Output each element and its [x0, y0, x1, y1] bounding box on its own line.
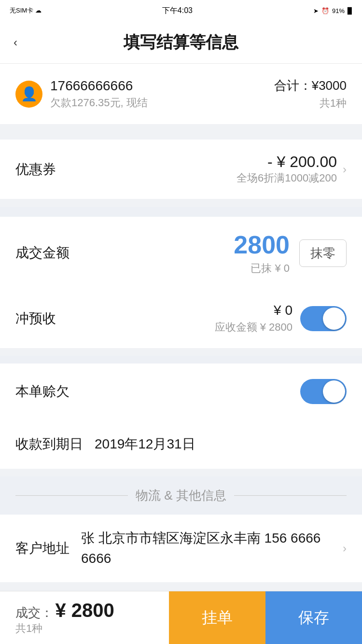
save-button[interactable]: 保存 [265, 591, 362, 644]
prepay-label: 冲预收 [15, 309, 56, 328]
logistics-text: 物流 & 其他信息 [136, 487, 226, 504]
logistics-line-right [234, 495, 347, 496]
duedate-value: 2019年12月31日 [95, 435, 195, 453]
nav-bar: ‹ 填写结算等信息 [0, 21, 362, 64]
total-sub: 共1种 [274, 96, 347, 111]
location-icon: ➤ [313, 7, 319, 14]
customer-row: 👤 17666666666 欠款1276.35元, 现结 合计：¥3000 共1… [0, 64, 362, 124]
battery-label: 91% [332, 7, 345, 14]
credit-label: 本单赊欠 [15, 382, 70, 401]
credit-toggle[interactable] [300, 379, 347, 404]
hang-button[interactable]: 挂单 [169, 591, 265, 644]
credit-row: 本单赊欠 [0, 364, 362, 420]
prepay-sub: 应收金额 ¥ 2800 [215, 320, 292, 335]
coupon-desc: 全场6折满1000减200 [237, 171, 337, 185]
address-label: 客户地址 [15, 539, 70, 558]
status-bar: 无SIM卡 ☁ 下午4:03 ➤ ⏰ 91% ▉ [0, 0, 362, 21]
avatar-icon: 👤 [21, 86, 38, 102]
customer-phone: 17666666666 [50, 78, 148, 94]
address-chevron-icon: › [343, 542, 347, 555]
deal-amount-value: 2800 [234, 230, 290, 259]
address-row[interactable]: 客户地址 张 北京市市辖区海淀区永丰南 156 6666 6666 › [0, 515, 362, 582]
divider-3 [0, 356, 362, 364]
prepay-right: ¥ 0 应收金额 ¥ 2800 [215, 303, 347, 335]
coupon-row[interactable]: 优惠券 - ¥ 200.00 全场6折满1000减200 › [0, 140, 362, 199]
status-right: ➤ ⏰ 91% ▉ [313, 7, 352, 14]
prepay-row: 冲预收 ¥ 0 应收金额 ¥ 2800 [0, 289, 362, 348]
round-btn[interactable]: 抹零 [299, 239, 347, 267]
divider-1 [0, 132, 362, 140]
status-left: 无SIM卡 ☁ [10, 6, 42, 15]
customer-left: 👤 17666666666 欠款1276.35元, 现结 [15, 78, 148, 110]
page-title: 填写结算等信息 [124, 31, 238, 54]
deal-amount-right: 2800 已抹 ¥ 0 抹零 [234, 230, 347, 276]
address-value: 张 北京市市辖区海淀区永丰南 156 6666 6666 [81, 528, 341, 569]
prepay-toggle[interactable] [300, 306, 347, 331]
toggle-knob [323, 308, 345, 330]
prepay-amount: ¥ 0 [215, 303, 292, 318]
battery-icon: ▉ [348, 7, 352, 14]
status-time: 下午4:03 [162, 6, 193, 16]
logistics-divider: 物流 & 其他信息 [0, 476, 362, 515]
customer-sub: 欠款1276.35元, 现结 [50, 96, 148, 110]
coupon-chevron-icon: › [343, 163, 347, 176]
credit-toggle-knob [323, 380, 345, 403]
bottom-deal-amount: ¥ 2800 [55, 600, 114, 621]
sim-label: 无SIM卡 ☁ [10, 6, 42, 15]
customer-section: 👤 17666666666 欠款1276.35元, 现结 合计：¥3000 共1… [0, 64, 362, 124]
deal-amount-row: 成交金额 2800 已抹 ¥ 0 抹零 [0, 217, 362, 289]
bottom-deal-label: 成交： [15, 605, 53, 620]
duedate-label: 收款到期日 [15, 435, 83, 453]
logistics-line-left [15, 495, 128, 496]
avatar: 👤 [15, 81, 42, 108]
prepay-amount-block: ¥ 0 应收金额 ¥ 2800 [215, 303, 292, 335]
bottom-deal-row: 成交： ¥ 2800 [15, 600, 153, 621]
bottom-deal-sub: 共1种 [15, 621, 153, 636]
coupon-right: - ¥ 200.00 全场6折满1000减200 › [237, 153, 347, 185]
divider-2 [0, 207, 362, 217]
coupon-label: 优惠券 [15, 160, 56, 179]
credit-section: 本单赊欠 收款到期日 2019年12月31日 [0, 364, 362, 469]
alarm-icon: ⏰ [321, 7, 329, 14]
customer-info: 17666666666 欠款1276.35元, 现结 [50, 78, 148, 110]
duedate-row: 收款到期日 2019年12月31日 [0, 420, 362, 469]
coupon-discount: - ¥ 200.00 [237, 153, 337, 171]
deal-amount-sub: 已抹 ¥ 0 [234, 261, 290, 276]
coupon-section: 优惠券 - ¥ 200.00 全场6折满1000减200 › [0, 140, 362, 199]
deal-amount-label: 成交金额 [15, 244, 70, 262]
total-amount: 合计：¥3000 [274, 77, 347, 94]
back-button[interactable]: ‹ [14, 36, 17, 49]
bottom-bar: 成交： ¥ 2800 共1种 挂单 保存 [0, 591, 362, 644]
bottom-info: 成交： ¥ 2800 共1种 [0, 591, 169, 644]
address-section: 客户地址 张 北京市市辖区海淀区永丰南 156 6666 6666 › [0, 515, 362, 582]
customer-right: 合计：¥3000 共1种 [274, 77, 347, 111]
deal-amount-section: 成交金额 2800 已抹 ¥ 0 抹零 冲预收 ¥ 0 应收金额 ¥ 2800 [0, 217, 362, 348]
